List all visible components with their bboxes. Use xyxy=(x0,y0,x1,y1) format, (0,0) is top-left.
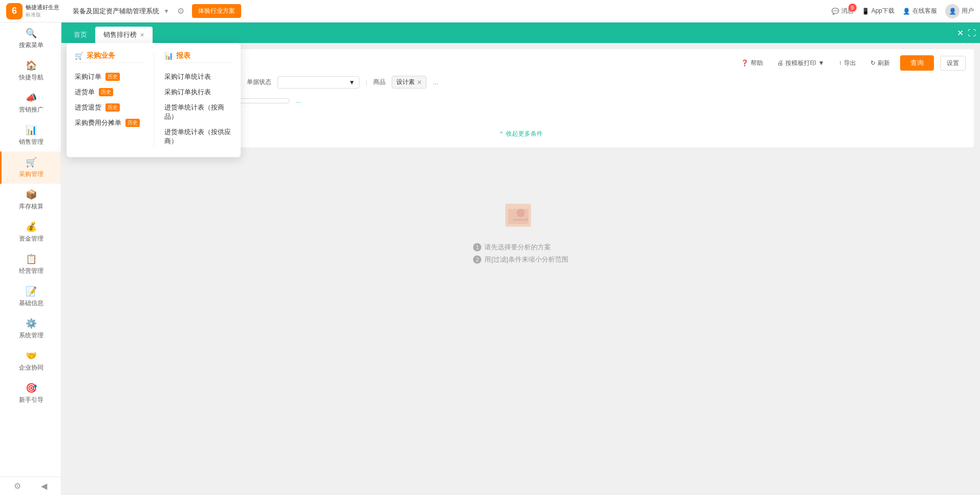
template-print-button[interactable]: 🖨 按模板打印 ▼ xyxy=(773,57,828,70)
purchase-menu-column: 🛒 采购业务 采购订单 历史 进货单 历史 进货退货 历史 采购费用分摊单 历史 xyxy=(75,51,143,149)
empty-line2: 2 用[过滤]条件来缩小分析范围 xyxy=(473,255,568,264)
settings-bottom-icon[interactable]: ⚙ xyxy=(14,481,21,491)
empty-line1: 1 请先选择要分析的方案 xyxy=(473,243,551,252)
purchase-column-title: 🛒 采购业务 xyxy=(75,51,143,63)
sidebar-item-operations[interactable]: 📋 经营管理 xyxy=(0,248,61,281)
user-label: 用户 xyxy=(962,7,974,15)
header-right: 💬 消息 9 📱 App下载 👤 在线客服 👤 用户 xyxy=(832,4,974,18)
help-icon: ❓ xyxy=(741,59,749,67)
collapse-text: 收起更多条件 xyxy=(506,130,543,138)
close-tab-icon[interactable]: ✕ xyxy=(957,28,964,38)
sidebar-label-sales: 销售管理 xyxy=(19,138,44,146)
capital-icon: 💰 xyxy=(26,221,37,232)
notification-item[interactable]: 💬 消息 9 xyxy=(832,7,854,15)
history-badge-3: 历史 xyxy=(105,103,120,112)
collapse-sidebar-icon[interactable]: ◀ xyxy=(41,481,47,491)
refresh-button[interactable]: ↻ 刷新 xyxy=(866,57,894,70)
expense-label: 采购费用分摊单 xyxy=(75,118,121,127)
menu-item-return[interactable]: 进货退货 历史 xyxy=(75,100,143,115)
sidebar-label-guide: 新手引导 xyxy=(19,396,44,404)
incoming-stats-goods-label: 进货单统计表（按商品） xyxy=(164,103,233,121)
message-icon: 💬 xyxy=(832,8,839,15)
tab-home-label: 首页 xyxy=(74,30,87,39)
incoming-stats-supplier-label: 进货单统计表（按供应商） xyxy=(164,127,233,146)
purchase-menu-icon: 🛒 xyxy=(75,52,83,60)
sidebar-label-search: 搜索菜单 xyxy=(19,41,44,50)
inventory-icon: 📦 xyxy=(26,189,37,200)
app-download-item[interactable]: 📱 App下载 xyxy=(862,7,894,15)
tab-home[interactable]: 首页 xyxy=(66,27,95,43)
menu-item-expense[interactable]: 采购费用分摊单 历史 xyxy=(75,115,143,131)
online-service-item[interactable]: 👤 在线客服 xyxy=(903,7,937,15)
template-print-label: 按模板打印 xyxy=(785,59,816,68)
goods-tag-remove[interactable]: ✕ xyxy=(417,79,422,86)
sidebar-label-enterprise: 企业协同 xyxy=(19,363,44,372)
sidebar-label-system: 系统管理 xyxy=(19,331,44,340)
user-item[interactable]: 👤 用户 xyxy=(945,4,974,18)
fullscreen-icon[interactable]: ⛶ xyxy=(968,28,976,37)
sidebar-item-system[interactable]: ⚙️ 系统管理 xyxy=(0,313,61,345)
system-icon: ⚙️ xyxy=(26,318,37,329)
export-icon: ↑ xyxy=(839,59,842,67)
sidebar-label-operations: 经营管理 xyxy=(19,267,44,275)
sidebar-item-marketing[interactable]: 📣 营销推广 xyxy=(0,87,61,119)
sidebar-item-search[interactable]: 🔍 搜索菜单 xyxy=(0,23,61,55)
print-icon: 🖨 xyxy=(777,59,783,67)
menu-item-incoming[interactable]: 进货单 历史 xyxy=(75,84,143,100)
menu-item-purchase-order-stats[interactable]: 采购订单统计表 xyxy=(164,69,233,84)
help-label: 帮助 xyxy=(751,59,763,68)
enterprise-icon: 🤝 xyxy=(26,350,37,361)
doc-status-input[interactable]: ▼ xyxy=(278,76,359,89)
sidebar-item-capital[interactable]: 💰 资金管理 xyxy=(0,216,61,248)
avatar-icon: 👤 xyxy=(949,8,956,15)
app-download-label: App下载 xyxy=(871,7,894,15)
separator-2: | xyxy=(366,78,367,86)
sidebar-bottom: ⚙ ◀ xyxy=(0,477,61,495)
query-button[interactable]: 查询 xyxy=(900,55,934,71)
sidebar-item-inventory[interactable]: 📦 库存核算 xyxy=(0,184,61,216)
menu-item-incoming-stats-goods[interactable]: 进货单统计表（按商品） xyxy=(164,100,233,124)
sidebar-item-guide[interactable]: 🎯 新手引导 xyxy=(0,377,61,410)
empty-illustration xyxy=(495,193,546,234)
export-button[interactable]: ↑ 导出 xyxy=(835,57,860,70)
menu-item-purchase-order[interactable]: 采购订单 历史 xyxy=(75,69,143,84)
goods-tag-text: 设计素 xyxy=(396,78,415,87)
home-icon: 🏠 xyxy=(26,60,37,71)
online-service-label: 在线客服 xyxy=(912,7,937,15)
sidebar-item-quick-nav[interactable]: 🏠 快捷导航 xyxy=(0,55,61,87)
goods-tag[interactable]: 设计素 ✕ xyxy=(392,76,427,89)
settings-button[interactable]: 设置 xyxy=(940,56,966,71)
notification-badge: 9 xyxy=(848,4,857,12)
history-badge-4: 历史 xyxy=(125,119,140,127)
history-badge-1: 历史 xyxy=(105,73,120,81)
experience-button[interactable]: 体验行业方案 xyxy=(192,4,241,18)
doc-status-dropdown: ▼ xyxy=(349,79,355,86)
sidebar-label-basic-info: 基础信息 xyxy=(19,299,44,308)
goods-more[interactable]: ... xyxy=(433,79,438,86)
system-dropdown-arrow[interactable]: ▼ xyxy=(163,8,169,15)
tab-bar-actions: ✕ ⛶ xyxy=(957,28,976,38)
operations-icon: 📋 xyxy=(26,253,37,265)
system-title: 装备及固定资产辅助管理系统 xyxy=(73,7,159,16)
purchase-order-exec-label: 采购订单执行表 xyxy=(164,88,211,97)
sidebar-item-purchase[interactable]: 🛒 采购管理 xyxy=(0,152,61,184)
tab-close-icon[interactable]: ✕ xyxy=(140,32,144,38)
menu-item-purchase-order-exec[interactable]: 采购订单执行表 xyxy=(164,84,233,100)
menu-item-incoming-stats-supplier[interactable]: 进货单统计表（按供应商） xyxy=(164,124,233,149)
sidebar-item-enterprise[interactable]: 🤝 企业协同 xyxy=(0,345,61,377)
purchase-order-label: 采购订单 xyxy=(75,72,101,81)
goods-label: 商品 xyxy=(373,78,386,87)
help-button[interactable]: ❓ 帮助 xyxy=(737,57,767,70)
salesperson-more[interactable]: ... xyxy=(295,97,301,104)
gear-icon[interactable]: ⚙ xyxy=(174,4,188,18)
export-label: 导出 xyxy=(844,59,856,68)
marketing-icon: 📣 xyxy=(26,92,37,103)
sidebar-label-inventory: 库存核算 xyxy=(19,202,44,211)
menu-divider xyxy=(154,51,154,149)
sidebar-item-sales[interactable]: 📊 销售管理 xyxy=(0,119,61,152)
sidebar-item-basic-info[interactable]: 📝 基础信息 xyxy=(0,281,61,313)
guide-icon: 🎯 xyxy=(26,382,37,394)
purchase-icon: 🛒 xyxy=(26,157,37,168)
sidebar-label-quick-nav: 快捷导航 xyxy=(19,73,44,82)
tab-sales-ranking[interactable]: 销售排行榜 ✕ xyxy=(95,27,153,43)
